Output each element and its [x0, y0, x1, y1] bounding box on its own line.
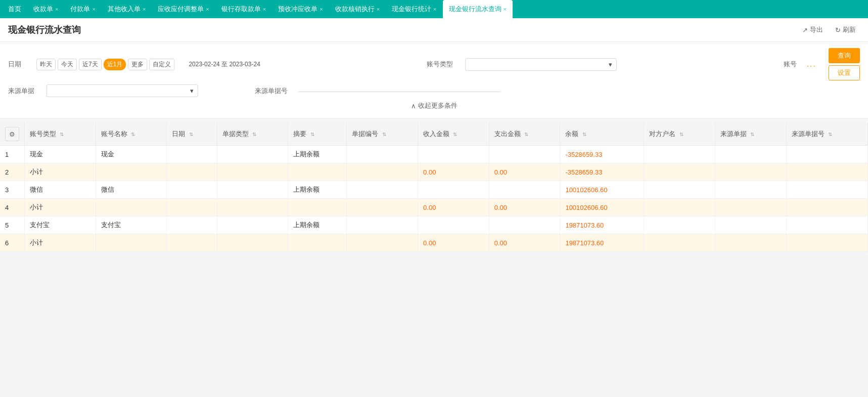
row-summary [288, 199, 347, 216]
col-source-doc-no[interactable]: 来源单据号 ⇅ [786, 123, 867, 146]
col-income[interactable]: 收入金额 ⇅ [418, 123, 489, 146]
col-summary[interactable]: 摘要 ⇅ [288, 123, 347, 146]
row-account-name: 支付宝 [96, 216, 167, 234]
row-counterparty [644, 199, 715, 216]
date-btn-today[interactable]: 今天 [58, 59, 77, 70]
export-button[interactable]: ↗ 导出 [798, 23, 827, 36]
nav-payment[interactable]: 付款单 × [64, 0, 101, 18]
table-row: 5支付宝支付宝上期余额19871073.60 [0, 216, 868, 234]
row-doc-type [217, 216, 288, 234]
nav-home[interactable]: 首页 [2, 0, 27, 18]
col-expense[interactable]: 支出金额 ⇅ [489, 123, 560, 146]
row-account-name: 现金 [96, 146, 167, 163]
row-expense [489, 216, 560, 234]
refresh-button[interactable]: ↻ 刷新 [831, 23, 860, 36]
nav-ar-ap-adjust[interactable]: 应收应付调整单 × [152, 0, 215, 18]
date-btn-more[interactable]: 更多 [128, 59, 147, 70]
col-date[interactable]: 日期 ⇅ [167, 123, 217, 146]
col-source-doc[interactable]: 来源单据 ⇅ [715, 123, 786, 146]
table-settings-icon[interactable]: ⚙ [5, 127, 19, 141]
row-account-name [96, 234, 167, 252]
query-button[interactable]: 查询 [829, 48, 860, 63]
nav-close-collection[interactable]: × [377, 6, 380, 12]
row-expense: 0.00 [489, 199, 560, 216]
col-account-type[interactable]: 账号类型 ⇅ [25, 123, 96, 146]
col-account-name[interactable]: 账号名称 ⇅ [96, 123, 167, 146]
nav-close-bank-deposit[interactable]: × [263, 6, 266, 12]
row-doc-no [347, 234, 418, 252]
row-income [418, 216, 489, 234]
nav-other-income[interactable]: 其他收入单 × [102, 0, 152, 18]
row-index: 1 [0, 146, 25, 163]
col-doc-type[interactable]: 单据类型 ⇅ [217, 123, 288, 146]
row-source-doc [715, 163, 786, 181]
sort-account-type-icon: ⇅ [60, 131, 64, 137]
row-counterparty [644, 146, 715, 163]
date-btn-yesterday[interactable]: 昨天 [36, 59, 56, 70]
row-counterparty [644, 181, 715, 199]
row-index: 6 [0, 234, 25, 252]
row-date [167, 234, 217, 252]
nav-cash-bank-stats[interactable]: 现金银行统计 × [386, 0, 442, 18]
col-balance[interactable]: 余额 ⇅ [560, 123, 644, 146]
row-source-doc-no [786, 234, 867, 252]
row-index: 4 [0, 199, 25, 216]
date-btn-custom[interactable]: 自定义 [149, 59, 174, 70]
source-doc-num-input[interactable] [298, 90, 500, 92]
account-dots[interactable]: ... [807, 60, 816, 69]
sort-income-icon: ⇅ [453, 131, 457, 137]
nav-close-payment[interactable]: × [92, 6, 95, 12]
sort-doc-no-icon: ⇅ [382, 131, 386, 137]
nav-close-receipt[interactable]: × [55, 6, 58, 12]
nav-close-cash-stats[interactable]: × [433, 6, 436, 12]
row-counterparty [644, 216, 715, 234]
table-header-row: ⚙ 账号类型 ⇅ 账号名称 ⇅ 日期 ⇅ 单据类型 ⇅ [0, 123, 868, 146]
row-income [418, 181, 489, 199]
sort-account-name-icon: ⇅ [131, 131, 135, 137]
row-income: 0.00 [418, 234, 489, 252]
nav-bank-deposit[interactable]: 银行存取款单 × [215, 0, 272, 18]
row-balance: 100102606.60 [560, 181, 644, 199]
row-doc-no [347, 216, 418, 234]
account-type-chevron-icon: ▾ [609, 61, 612, 68]
row-doc-no [347, 146, 418, 163]
collapse-bar[interactable]: ∧ 收起更多条件 [8, 99, 860, 112]
filter-area: 日期 昨天 今天 近7天 近1月 更多 自定义 2023-02-24 至 202… [0, 42, 868, 119]
nav-collection-verify[interactable]: 收款核销执行 × [329, 0, 386, 18]
row-doc-type [217, 234, 288, 252]
refresh-icon: ↻ [835, 26, 841, 34]
col-counterparty[interactable]: 对方户名 ⇅ [644, 123, 715, 146]
col-doc-no[interactable]: 单据编号 ⇅ [347, 123, 418, 146]
row-counterparty [644, 163, 715, 181]
date-btn-1month[interactable]: 近1月 [104, 59, 126, 70]
row-source-doc [715, 181, 786, 199]
collapse-label: 收起更多条件 [418, 101, 458, 110]
source-doc-chevron-icon: ▾ [190, 87, 194, 95]
nav-receipt[interactable]: 收款单 × [27, 0, 64, 18]
row-source-doc-no [786, 146, 867, 163]
account-type-select[interactable]: ▾ [465, 58, 617, 71]
row-account-type: 支付宝 [25, 216, 96, 234]
row-expense: 0.00 [489, 163, 560, 181]
row-account-type: 微信 [25, 181, 96, 199]
row-balance: 100102606.60 [560, 199, 644, 216]
date-btn-7days[interactable]: 近7天 [79, 59, 102, 70]
row-expense: 0.00 [489, 234, 560, 252]
row-source-doc [715, 216, 786, 234]
source-doc-select[interactable]: ▾ [47, 84, 198, 97]
nav-prepaid[interactable]: 预收冲应收单 × [272, 0, 329, 18]
row-expense [489, 181, 560, 199]
sort-balance-icon: ⇅ [582, 131, 586, 137]
settings-button[interactable]: 设置 [829, 65, 860, 80]
nav-cash-bank-flow[interactable]: 现金银行流水查询 × [443, 0, 513, 18]
row-source-doc [715, 146, 786, 163]
sort-counterparty-icon: ⇅ [679, 131, 683, 137]
row-doc-type [217, 181, 288, 199]
row-account-name [96, 199, 167, 216]
nav-close-other-income[interactable]: × [143, 6, 146, 12]
nav-close-prepaid[interactable]: × [319, 6, 323, 12]
row-account-name: 微信 [96, 181, 167, 199]
nav-close-cash-flow[interactable]: × [504, 6, 507, 12]
col-settings: ⚙ [0, 123, 25, 146]
nav-close-ar-ap[interactable]: × [206, 6, 209, 12]
